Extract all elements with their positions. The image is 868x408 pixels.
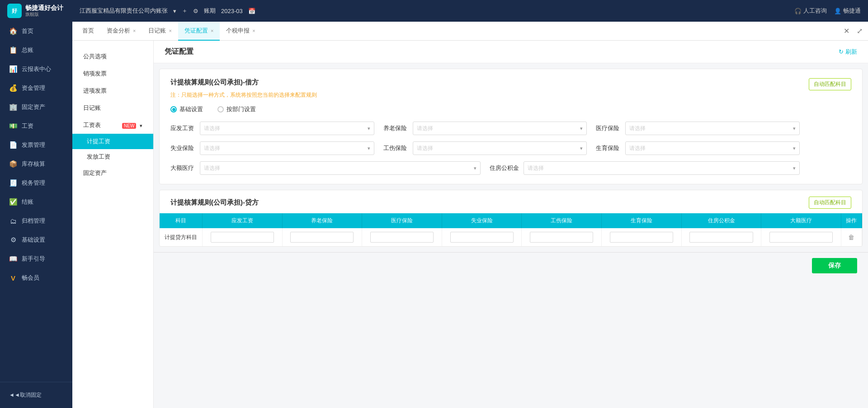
save-btn[interactable]: 保存 (812, 258, 857, 273)
tab-tax[interactable]: 个税申报 × (220, 22, 261, 41)
field-yiliao: 医疗保险 请选择 ▾ (596, 122, 800, 135)
add-btn[interactable]: ＋ (182, 7, 188, 15)
tab-home[interactable]: 首页 (76, 22, 100, 41)
sidebar-item-label: 工资 (22, 122, 33, 130)
sidebar-item-tax[interactable]: 🧾 税务管理 (0, 174, 72, 192)
main-layout: 🏠 首页 📋 总账 📊 云报表中心 💰 资金管理 🏢 固定资产 💵 工资 📄 发… (0, 22, 868, 408)
select-dae-placeholder: 请选择 (204, 164, 220, 172)
credit-table: 科目 应发工资 养老保险 医疗保险 失业保险 工伤保险 生育保险 住房公积金 大… (160, 213, 862, 246)
tab-journal-close[interactable]: × (169, 28, 171, 33)
input-gongshang-credit[interactable] (530, 232, 593, 243)
sidebar-bottom: ◄◄取消固定 (0, 382, 72, 408)
sidebar-item-label: 基础设置 (22, 236, 45, 244)
auto-match-credit-btn[interactable]: 自动匹配科目 (809, 197, 851, 209)
sidebar-item-funds[interactable]: 💰 资金管理 (0, 79, 72, 98)
sidebar-item-assets[interactable]: 🏢 固定资产 (0, 98, 72, 117)
radio-dept[interactable]: 按部门设置 (217, 105, 256, 113)
radio-basic[interactable]: 基础设置 (170, 105, 203, 113)
invoice-icon: 📄 (9, 141, 17, 149)
logo-area: 好 畅捷通好会计 旗舰版 (7, 4, 80, 18)
table-header-row: 科目 应发工资 养老保险 医疗保险 失业保险 工伤保险 生育保险 住房公积金 大… (160, 213, 862, 228)
th-shengyu: 生育保险 (602, 213, 682, 228)
td-dae-val (761, 228, 841, 246)
company-dropdown-btn[interactable]: ▾ (173, 8, 176, 14)
td-shiye-val (442, 228, 522, 246)
tab-tax-close[interactable]: × (252, 28, 255, 33)
tab-journal-label: 日记账 (148, 27, 166, 35)
input-yanglao-credit[interactable] (290, 232, 354, 243)
sidebar-item-vip[interactable]: V 畅会员 (0, 268, 72, 287)
sidebar-item-archive[interactable]: 🗂 归档管理 (0, 211, 72, 230)
input-shengyu-credit[interactable] (610, 232, 673, 243)
sidebar-item-salary[interactable]: 💵 工资 (0, 117, 72, 136)
input-zhufang-credit[interactable] (689, 232, 753, 243)
calendar-btn[interactable]: 📅 (248, 8, 255, 14)
sidebar-item-settings[interactable]: ⚙ 基础设置 (0, 230, 72, 249)
chevron-yiliao-icon: ▾ (793, 126, 796, 131)
delete-row-icon[interactable]: 🗑 (848, 234, 854, 241)
select-dae[interactable]: 请选择 ▾ (200, 161, 481, 175)
reports-icon: 📊 (9, 65, 17, 73)
left-nav-journal[interactable]: 日记账 (72, 99, 153, 117)
tab-fund-label: 资金分析 (107, 27, 130, 35)
refresh-btn[interactable]: ↻ 刷新 (839, 48, 857, 56)
unpin-btn[interactable]: ◄◄取消固定 (0, 387, 72, 403)
debit-radio-group: 基础设置 按部门设置 (170, 105, 800, 113)
sidebar-item-inventory[interactable]: 📦 库存核算 (0, 155, 72, 174)
chevron-zhufang-icon: ▾ (793, 165, 796, 171)
header-right: 🎧 人工咨询 👤 畅捷通 (794, 7, 861, 15)
field-shengyu: 生育保险 请选择 ▾ (596, 141, 800, 155)
left-nav-sales-invoice[interactable]: 销项发票 (72, 65, 153, 82)
tax-icon: 🧾 (9, 179, 17, 187)
close-period-icon: ✅ (9, 198, 17, 206)
input-shiye-credit[interactable] (450, 232, 514, 243)
th-subject: 科目 (160, 213, 202, 228)
left-nav-accrue-salary[interactable]: 计提工资 (72, 134, 153, 149)
radio-dept-circle (217, 106, 224, 113)
input-yiliao-credit[interactable] (370, 232, 434, 243)
select-yiliao[interactable]: 请选择 ▾ (625, 122, 800, 135)
close-window-icon[interactable]: ✕ (842, 25, 851, 37)
sidebar-item-reports[interactable]: 📊 云报表中心 (0, 60, 72, 79)
user-btn[interactable]: 👤 畅捷通 (834, 7, 861, 15)
credit-section-title: 计提核算规则(公司承担)-贷方 (170, 198, 259, 207)
sidebar-item-home[interactable]: 🏠 首页 (0, 22, 72, 41)
sidebar-item-label: 固定资产 (22, 103, 45, 111)
select-gongshang[interactable]: 请选择 ▾ (413, 141, 587, 155)
consult-btn[interactable]: 🎧 人工咨询 (794, 7, 827, 15)
select-yingfa[interactable]: 请选择 ▾ (200, 122, 374, 135)
select-zhufang[interactable]: 请选择 ▾ (524, 161, 800, 175)
field-shiye: 失业保险 请选择 ▾ (170, 141, 374, 155)
settings-btn[interactable]: ⚙ (193, 8, 198, 14)
left-nav-salary-sheet[interactable]: 工资表 NEW ▾ (72, 117, 153, 134)
th-yingfa: 应发工资 (202, 213, 282, 228)
tab-voucher-close[interactable]: × (211, 28, 213, 33)
sidebar-item-invoice[interactable]: 📄 发票管理 (0, 136, 72, 155)
tab-journal[interactable]: 日记账 × (142, 22, 178, 41)
left-nav-pay-salary[interactable]: 发放工资 (72, 149, 153, 164)
maximize-icon[interactable]: ⤢ (855, 25, 864, 37)
sidebar-item-guide[interactable]: 📖 新手引导 (0, 249, 72, 268)
select-yanglao[interactable]: 请选择 ▾ (413, 122, 587, 135)
sidebar-item-close[interactable]: ✅ 结账 (0, 192, 72, 211)
chevron-yanglao-icon: ▾ (580, 126, 583, 131)
sidebar: 🏠 首页 📋 总账 📊 云报表中心 💰 资金管理 🏢 固定资产 💵 工资 📄 发… (0, 22, 72, 408)
content-area: 首页 资金分析 × 日记账 × 凭证配置 × 个税申报 × ✕ ⤢ (72, 22, 868, 408)
tab-fund-close[interactable]: × (133, 28, 136, 33)
label-shiye: 失业保险 (170, 144, 195, 152)
left-nav-fixed-assets[interactable]: 固定资产 (72, 164, 153, 182)
input-dae-credit[interactable] (769, 232, 833, 243)
select-shengyu[interactable]: 请选择 ▾ (625, 141, 800, 155)
select-shiye[interactable]: 请选择 ▾ (200, 141, 374, 155)
tab-voucher-config[interactable]: 凭证配置 × (178, 22, 220, 41)
select-shengyu-placeholder: 请选择 (629, 145, 646, 152)
header-middle: 江西服宝精品有限责任公司内账张 ▾ ＋ ⚙ 账期 2023-03 📅 (80, 7, 794, 15)
left-nav-purchase-invoice[interactable]: 进项发票 (72, 82, 153, 99)
left-nav-public[interactable]: 公共选项 (72, 48, 153, 65)
sidebar-item-ledger[interactable]: 📋 总账 (0, 41, 72, 60)
input-yingfa-credit[interactable] (211, 232, 274, 243)
auto-match-debit-btn[interactable]: 自动匹配科目 (809, 78, 851, 90)
home-icon: 🏠 (9, 27, 17, 35)
th-shiye: 失业保险 (442, 213, 522, 228)
tab-fund-analysis[interactable]: 资金分析 × (100, 22, 142, 41)
